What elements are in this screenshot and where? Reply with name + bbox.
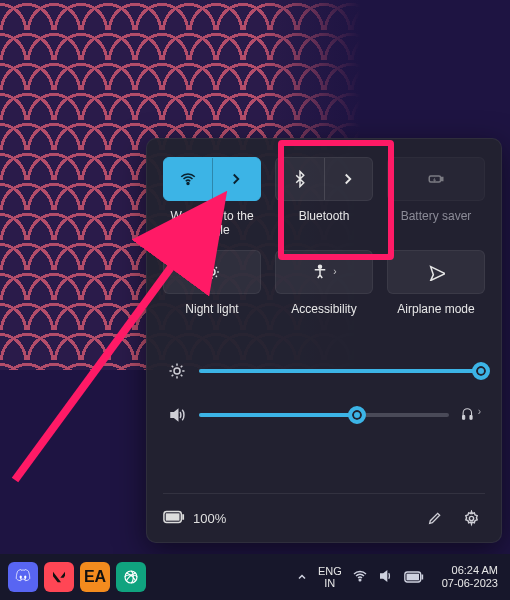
svg-point-11 <box>469 516 473 520</box>
edit-quick-settings-button[interactable] <box>421 504 449 532</box>
wifi-label: Welcome to the Jungle <box>163 209 261 238</box>
battery-saver-icon <box>427 170 445 188</box>
svg-rect-17 <box>421 574 423 579</box>
wifi-tile[interactable] <box>163 157 261 201</box>
battery-percent: 100% <box>193 511 226 526</box>
svg-rect-16 <box>406 573 419 580</box>
airplane-mode-label: Airplane mode <box>397 302 474 330</box>
brightness-slider-row <box>167 362 481 380</box>
wifi-expand[interactable] <box>213 158 261 200</box>
chevron-right-icon <box>227 170 245 188</box>
quick-settings-footer: 100% <box>163 493 485 532</box>
svg-rect-7 <box>470 415 472 419</box>
taskbar: EA ENG IN 06:24 AM 07-06-2023 <box>0 554 510 600</box>
clock-time: 06:24 AM <box>442 564 498 577</box>
wifi-icon <box>179 170 197 188</box>
accessibility-tile-group: › Accessibility <box>275 250 373 330</box>
chevron-up-icon <box>296 571 308 583</box>
accessibility-tile[interactable]: › <box>275 250 373 294</box>
brightness-slider[interactable] <box>199 369 481 373</box>
volume-icon <box>167 406 187 424</box>
quick-settings-tiles: Welcome to the Jungle Bluetooth <box>163 157 485 330</box>
language-line2: IN <box>318 577 342 589</box>
bluetooth-tile-group: Bluetooth <box>275 157 373 238</box>
svg-point-5 <box>174 368 180 374</box>
taskbar-clock[interactable]: 06:24 AM 07-06-2023 <box>442 564 498 589</box>
settings-button[interactable] <box>457 504 485 532</box>
tray-battery-icon[interactable] <box>404 569 424 586</box>
system-tray: ENG IN 06:24 AM 07-06-2023 <box>296 564 502 589</box>
night-light-label: Night light <box>185 302 238 330</box>
taskbar-app-chatgpt[interactable] <box>116 562 146 592</box>
taskbar-app-valorant[interactable] <box>44 562 74 592</box>
tray-overflow-button[interactable] <box>296 569 308 586</box>
volume-slider[interactable] <box>199 413 449 417</box>
battery-saver-label: Battery saver <box>401 209 472 237</box>
bluetooth-label: Bluetooth <box>299 209 350 237</box>
tray-wifi-icon[interactable] <box>352 568 368 587</box>
battery-saver-tile-group: Battery saver <box>387 157 485 238</box>
ea-icon: EA <box>84 568 106 586</box>
volume-slider-thumb[interactable] <box>348 406 366 424</box>
chevron-right-icon: › <box>333 266 336 277</box>
night-light-tile[interactable] <box>163 250 261 294</box>
svg-point-14 <box>359 579 361 581</box>
airplane-icon <box>427 263 445 281</box>
volume-slider-fill <box>199 413 357 417</box>
chevron-right-icon: › <box>478 406 481 424</box>
bluetooth-tile[interactable] <box>275 157 373 201</box>
chevron-right-icon <box>339 170 357 188</box>
volume-slider-row: › <box>167 406 481 424</box>
battery-status-icon[interactable] <box>163 510 185 527</box>
brightness-icon <box>167 362 187 380</box>
wifi-tile-group: Welcome to the Jungle <box>163 157 261 238</box>
svg-rect-6 <box>463 415 465 419</box>
svg-rect-9 <box>166 513 180 520</box>
clock-date: 07-06-2023 <box>442 577 498 590</box>
svg-point-4 <box>319 265 322 268</box>
accessibility-label: Accessibility <box>291 302 356 330</box>
gear-icon <box>463 510 480 527</box>
night-light-tile-group: Night light <box>163 250 261 330</box>
pencil-icon <box>427 510 443 526</box>
battery-saver-tile[interactable] <box>387 157 485 201</box>
svg-point-3 <box>209 269 215 275</box>
brightness-slider-thumb[interactable] <box>472 362 490 380</box>
openai-icon <box>122 568 140 586</box>
bluetooth-toggle[interactable] <box>276 158 325 200</box>
taskbar-app-discord[interactable] <box>8 562 38 592</box>
night-light-icon <box>203 263 221 281</box>
svg-rect-10 <box>182 514 184 520</box>
bluetooth-icon <box>291 170 309 188</box>
svg-point-0 <box>187 183 189 185</box>
svg-rect-2 <box>441 178 443 181</box>
bluetooth-expand[interactable] <box>325 158 373 200</box>
language-line1: ENG <box>318 565 342 577</box>
airplane-mode-tile-group: Airplane mode <box>387 250 485 330</box>
language-indicator[interactable]: ENG IN <box>318 565 342 589</box>
brightness-slider-fill <box>199 369 481 373</box>
discord-icon <box>14 568 32 586</box>
quick-settings-panel: Welcome to the Jungle Bluetooth <box>146 138 502 543</box>
accessibility-icon <box>311 263 329 281</box>
airplane-mode-tile[interactable] <box>387 250 485 294</box>
audio-output-button[interactable]: › <box>461 406 481 424</box>
taskbar-app-ea[interactable]: EA <box>80 562 110 592</box>
tray-volume-icon[interactable] <box>378 568 394 587</box>
valorant-icon <box>51 569 67 585</box>
wifi-toggle[interactable] <box>164 158 213 200</box>
